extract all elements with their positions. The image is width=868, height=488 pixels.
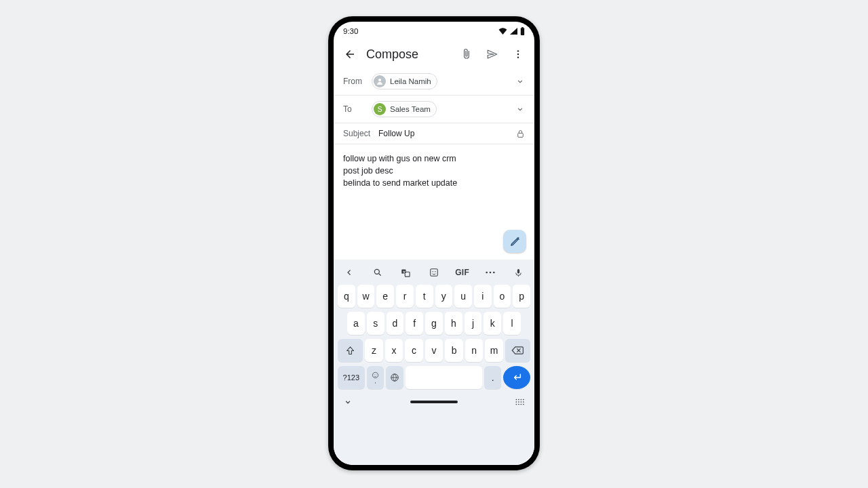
kbd-mic-icon[interactable]	[510, 264, 528, 281]
key-e[interactable]: e	[376, 285, 394, 308]
keyboard-nav	[336, 391, 532, 413]
from-label: From	[343, 77, 372, 86]
key-s[interactable]: s	[367, 312, 384, 335]
svg-point-19	[374, 374, 375, 375]
key-emoji[interactable]: ,	[367, 366, 384, 389]
kbd-collapse-icon[interactable]	[343, 397, 353, 407]
key-d[interactable]: d	[387, 312, 404, 335]
status-time: 9:30	[343, 27, 358, 35]
from-avatar	[374, 75, 386, 87]
body-line: follow up with gus on new crm	[343, 152, 525, 165]
subject-row[interactable]: Subject Follow Up	[334, 123, 534, 144]
svg-text:文: 文	[402, 270, 406, 273]
key-backspace[interactable]	[505, 339, 530, 362]
keyboard-row-3: z x c v b n m	[338, 339, 530, 362]
key-enter[interactable]	[503, 366, 530, 389]
kbd-gif-button[interactable]: GIF	[454, 264, 471, 281]
key-k[interactable]: k	[484, 312, 501, 335]
keyboard-row-1: q w e r t y u i o p	[338, 285, 530, 308]
key-z[interactable]: z	[365, 339, 383, 362]
key-v[interactable]: v	[425, 339, 443, 362]
send-icon[interactable]	[483, 45, 502, 64]
back-icon[interactable]	[340, 45, 359, 64]
home-indicator[interactable]	[410, 401, 458, 403]
to-label: To	[343, 104, 372, 114]
key-l[interactable]: l	[503, 312, 521, 335]
key-n[interactable]: n	[465, 339, 484, 362]
svg-point-18	[372, 372, 378, 378]
svg-point-3	[517, 54, 519, 55]
key-a[interactable]: a	[347, 312, 365, 335]
svg-point-13	[435, 271, 436, 272]
key-g[interactable]: g	[425, 312, 443, 335]
svg-point-7	[374, 269, 379, 274]
key-r[interactable]: r	[396, 285, 414, 308]
key-w[interactable]: w	[357, 285, 375, 308]
to-chip[interactable]: S Sales Team	[372, 101, 437, 117]
battery-icon	[520, 27, 525, 35]
keyboard-row-4: ?123 , .	[338, 366, 530, 389]
chevron-down-icon[interactable]	[515, 104, 525, 114]
signal-icon	[510, 28, 517, 35]
key-i[interactable]: i	[474, 285, 492, 308]
svg-point-29	[523, 401, 524, 403]
attachment-icon[interactable]	[457, 45, 476, 64]
kbd-sticker-icon[interactable]	[425, 264, 443, 281]
svg-point-15	[490, 272, 492, 274]
key-period[interactable]: .	[484, 366, 501, 389]
body-line: post job desc	[343, 165, 525, 177]
ai-write-fab[interactable]	[503, 230, 526, 253]
kbd-translate-icon[interactable]: 文	[397, 264, 414, 281]
to-name: Sales Team	[390, 105, 431, 113]
key-p[interactable]: p	[513, 285, 530, 308]
svg-rect-0	[521, 28, 524, 35]
to-row[interactable]: To S Sales Team	[334, 96, 534, 123]
kbd-back-icon[interactable]	[340, 264, 358, 281]
key-b[interactable]: b	[445, 339, 463, 362]
key-x[interactable]: x	[385, 339, 403, 362]
svg-point-20	[376, 374, 376, 375]
from-row[interactable]: From Leila Namih	[334, 68, 534, 96]
key-language[interactable]	[386, 366, 403, 389]
key-y[interactable]: y	[435, 285, 453, 308]
kbd-search-icon[interactable]	[369, 264, 387, 281]
page-title: Compose	[366, 47, 418, 62]
key-q[interactable]: q	[338, 285, 355, 308]
svg-point-26	[516, 401, 517, 403]
svg-point-28	[521, 401, 522, 403]
svg-point-32	[521, 404, 522, 405]
kbd-grid-icon[interactable]	[515, 399, 525, 405]
from-chip[interactable]: Leila Namih	[372, 73, 437, 89]
more-icon[interactable]	[509, 45, 528, 64]
chevron-down-icon[interactable]	[515, 77, 525, 86]
key-u[interactable]: u	[454, 285, 472, 308]
key-m[interactable]: m	[485, 339, 503, 362]
key-h[interactable]: h	[445, 312, 462, 335]
key-t[interactable]: t	[416, 285, 433, 308]
compose-body[interactable]: follow up with gus on new crm post job d…	[334, 144, 534, 260]
lock-icon[interactable]	[516, 129, 525, 138]
svg-point-33	[523, 404, 524, 405]
kbd-more-icon[interactable]	[481, 264, 499, 281]
key-j[interactable]: j	[465, 312, 482, 335]
key-space[interactable]	[406, 366, 482, 389]
key-shift[interactable]	[338, 339, 363, 362]
svg-rect-6	[518, 133, 524, 137]
keyboard-toolbar: 文 GIF	[336, 262, 532, 283]
svg-point-27	[518, 401, 519, 403]
svg-point-14	[486, 272, 488, 274]
svg-point-25	[523, 399, 524, 401]
svg-point-24	[521, 399, 522, 401]
key-symbols[interactable]: ?123	[338, 366, 365, 389]
key-f[interactable]: f	[406, 312, 423, 335]
phone-frame: 9:30 Compose	[328, 16, 540, 470]
keyboard: 文 GIF q w e r t y u i o p	[334, 260, 534, 465]
svg-rect-11	[431, 269, 438, 277]
status-bar: 9:30	[334, 22, 534, 41]
svg-point-5	[378, 79, 381, 81]
svg-point-22	[516, 399, 517, 401]
svg-point-2	[517, 50, 519, 52]
key-c[interactable]: c	[405, 339, 423, 362]
key-o[interactable]: o	[494, 285, 511, 308]
subject-label: Subject	[343, 129, 378, 138]
